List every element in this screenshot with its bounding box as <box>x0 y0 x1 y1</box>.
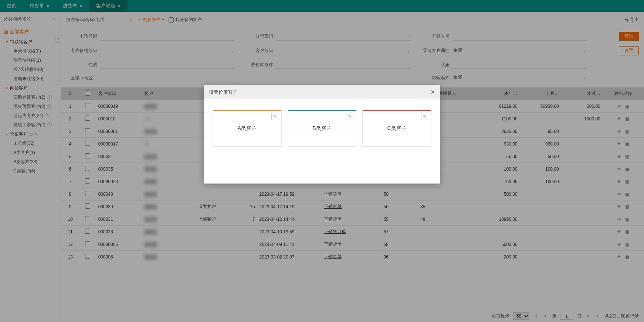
edit-icon[interactable]: ✎ <box>421 113 428 120</box>
close-icon[interactable]: ✕ <box>430 89 435 96</box>
value-card-a-label: A类客户 <box>238 125 257 132</box>
edit-icon[interactable]: ✎ <box>346 113 353 120</box>
modal-overlay[interactable]: 设置价值客户 ✕ ✎ A类客户 ✎ B类客户 ✎ C类客户 <box>0 0 644 322</box>
edit-icon[interactable]: ✎ <box>271 113 278 120</box>
value-card-b-label: B类客户 <box>312 125 331 132</box>
modal-header: 设置价值客户 ✕ <box>204 85 440 99</box>
value-card-b[interactable]: ✎ B类客户 <box>288 110 357 147</box>
modal-body: ✎ A类客户 ✎ B类客户 ✎ C类客户 <box>204 99 440 184</box>
modal-title: 设置价值客户 <box>209 89 238 96</box>
value-card-a[interactable]: ✎ A类客户 <box>213 110 282 147</box>
value-card-c-label: C类客户 <box>387 125 407 132</box>
value-card-c[interactable]: ✎ C类客户 <box>362 110 431 147</box>
value-customer-modal: 设置价值客户 ✕ ✎ A类客户 ✎ B类客户 ✎ C类客户 <box>204 85 440 184</box>
